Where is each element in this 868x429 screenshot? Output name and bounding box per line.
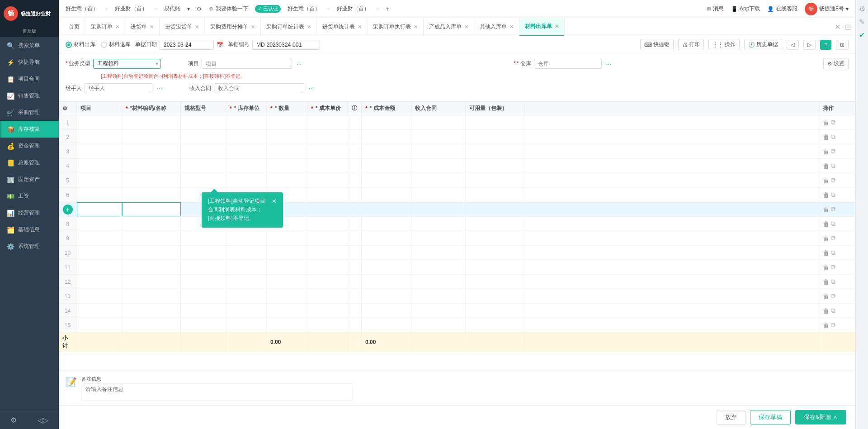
radio-material-out[interactable]: 材料出库: [66, 41, 95, 48]
copy-icon[interactable]: ⧉: [831, 220, 835, 228]
cell-qty[interactable]: [267, 130, 307, 144]
cell-qty[interactable]: [267, 115, 307, 129]
tab-close-icon[interactable]: ✕: [115, 24, 119, 30]
window-icon[interactable]: ⊡: [845, 23, 851, 31]
panel-icon-2[interactable]: ✎: [859, 18, 865, 26]
notes-textarea[interactable]: [81, 383, 353, 400]
close-window-icon[interactable]: ✕: [835, 23, 840, 31]
delete-icon[interactable]: 🗑: [823, 264, 829, 271]
sidebar-item-finance[interactable]: 💰 资金管理: [0, 138, 59, 154]
tab-close-icon[interactable]: ✕: [509, 24, 514, 30]
copy-icon[interactable]: ⧉: [831, 191, 835, 199]
copy-icon[interactable]: ⧉: [831, 162, 835, 170]
income-contract-input[interactable]: [214, 83, 304, 93]
save-draft-btn[interactable]: 保存草稿: [750, 410, 791, 424]
edit-project-input[interactable]: [81, 206, 118, 213]
cell-material[interactable]: [122, 115, 181, 129]
delete-icon[interactable]: 🗑: [823, 278, 829, 286]
th-settings[interactable]: ⚙: [59, 102, 77, 115]
doc-num-input[interactable]: [252, 40, 320, 50]
nav-haoyecai[interactable]: 好业财（首）: [115, 5, 147, 13]
radio-material-return[interactable]: 材料退库: [101, 41, 131, 48]
sidebar-item-salary[interactable]: 💵 工资: [0, 188, 59, 205]
nav-dropdown[interactable]: ▾: [187, 6, 190, 12]
tab-close-icon[interactable]: ✕: [414, 24, 418, 30]
tooltip-close-btn[interactable]: ✕: [272, 197, 277, 206]
project-input[interactable]: [202, 59, 292, 69]
collapse-icon[interactable]: ◁▷: [38, 416, 48, 424]
online-service-btn[interactable]: 👤 在线客服: [767, 5, 797, 13]
panel-icon-3[interactable]: ✔: [859, 31, 865, 39]
delete-icon[interactable]: 🗑: [823, 307, 829, 315]
copy-icon[interactable]: ⧉: [831, 278, 835, 286]
delete-icon[interactable]: 🗑: [823, 119, 829, 126]
shortcut-btn[interactable]: ⌨ 快捷键: [640, 39, 674, 50]
handler-input[interactable]: [85, 83, 152, 93]
user-menu[interactable]: 畅 畅捷通8号 ▾: [805, 3, 849, 15]
sidebar-item-ledger[interactable]: 📒 总账管理: [0, 154, 59, 171]
prev-btn[interactable]: ◁: [787, 40, 799, 50]
sidebar-item-inventory[interactable]: 📦 库存核算: [0, 121, 59, 138]
next-btn[interactable]: ▷: [803, 40, 816, 50]
add-row-btn[interactable]: +: [63, 205, 73, 214]
tab-close-icon[interactable]: ✕: [251, 24, 255, 30]
delete-icon[interactable]: 🗑: [823, 220, 829, 228]
print-btn[interactable]: 🖨 打印: [678, 39, 704, 50]
cell-spec[interactable]: [181, 115, 226, 129]
nav-yidaizhang[interactable]: 易代账: [164, 5, 180, 13]
copy-icon[interactable]: ⧉: [831, 292, 835, 300]
business-type-input[interactable]: [93, 59, 161, 69]
tab-close-icon[interactable]: ✕: [307, 24, 311, 30]
cell-material[interactable]: [122, 130, 181, 144]
settings-bottom-icon[interactable]: ⚙: [10, 416, 17, 424]
copy-icon[interactable]: ⧉: [831, 133, 835, 141]
copy-icon[interactable]: ⧉: [831, 249, 835, 257]
warehouse-input[interactable]: [534, 59, 602, 69]
copy-icon[interactable]: ⧉: [831, 205, 835, 213]
copy-icon[interactable]: ⧉: [831, 119, 835, 126]
delete-icon[interactable]: 🗑: [823, 148, 829, 155]
nav-more2[interactable]: 好业财（首）: [337, 5, 369, 13]
cell-available-qty[interactable]: [466, 115, 524, 129]
calendar-icon[interactable]: 📅: [217, 42, 223, 48]
delete-icon[interactable]: 🗑: [823, 162, 829, 170]
sidebar-item-operations[interactable]: 📊 经营管理: [0, 205, 59, 221]
delete-icon[interactable]: 🗑: [823, 177, 829, 184]
tab-receipt-stats[interactable]: 进货单统计表 ✕: [317, 18, 368, 36]
tab-home[interactable]: 首页: [63, 18, 85, 36]
app-download-btn[interactable]: 📱 App下载: [731, 5, 760, 13]
cell-unit[interactable]: [226, 115, 267, 129]
tab-close-icon[interactable]: ✕: [555, 24, 559, 29]
sidebar-item-sales[interactable]: 📈 销售管理: [0, 87, 59, 104]
sidebar-item-assets[interactable]: 🏢 固定资产: [0, 171, 59, 188]
delete-icon[interactable]: 🗑: [823, 191, 829, 199]
copy-icon[interactable]: ⧉: [831, 263, 835, 271]
sidebar-item-system[interactable]: ⚙️ 系统管理: [0, 238, 59, 255]
delete-icon[interactable]: 🗑: [823, 249, 829, 257]
tab-purchase-stats[interactable]: 采购订单统计表 ✕: [261, 18, 317, 36]
copy-icon[interactable]: ⧉: [831, 148, 835, 155]
sidebar-item-purchase[interactable]: 🛒 采购管理: [0, 104, 59, 121]
sidebar-item-basic[interactable]: 🗂️ 基础信息: [0, 221, 59, 238]
history-btn[interactable]: 🕐 历史单据: [744, 39, 782, 50]
table-body[interactable]: 1 🗑 ⧉ 2: [59, 115, 855, 371]
nav-haoshengyi[interactable]: 好生意（首）: [66, 5, 98, 13]
sidebar-item-search[interactable]: 🔍 搜索菜单: [0, 37, 59, 54]
cell-cost-amount[interactable]: [362, 130, 411, 144]
nav-more3[interactable]: +: [386, 6, 389, 12]
tab-purchase-return[interactable]: 进货退货单 ✕: [160, 18, 205, 36]
cell-spec[interactable]: [181, 130, 226, 144]
delete-icon[interactable]: 🗑: [823, 133, 829, 141]
edit-material-input[interactable]: [126, 206, 177, 213]
copy-icon[interactable]: ⧉: [831, 234, 835, 242]
copy-icon[interactable]: ⧉: [831, 321, 835, 329]
sidebar-item-quick[interactable]: ⚡ 快捷导航: [0, 54, 59, 71]
delete-icon[interactable]: 🗑: [823, 235, 829, 242]
col-settings-icon[interactable]: ⚙: [62, 105, 67, 112]
delete-icon[interactable]: 🗑: [823, 206, 829, 213]
cell-cost-price[interactable]: [307, 115, 348, 129]
delete-icon[interactable]: 🗑: [823, 293, 829, 300]
copy-icon[interactable]: ⧉: [831, 307, 835, 315]
tab-close-icon[interactable]: ✕: [358, 24, 362, 30]
tab-purchase-receipt[interactable]: 进货单 ✕: [125, 18, 160, 36]
